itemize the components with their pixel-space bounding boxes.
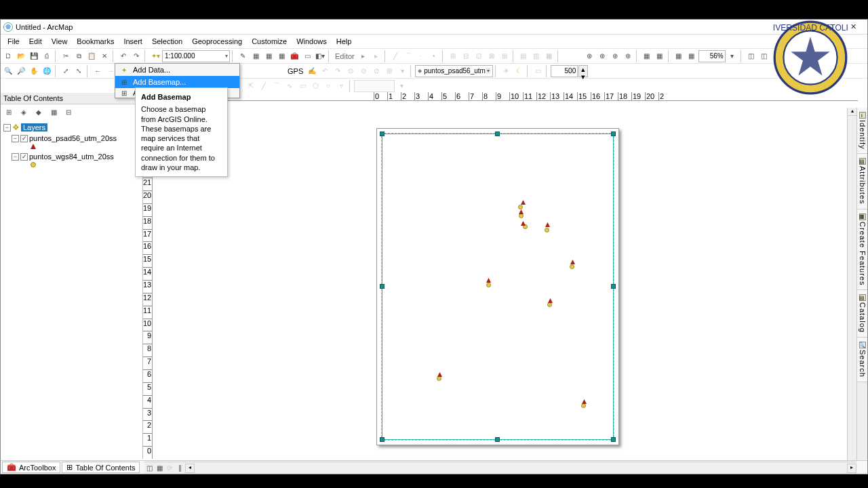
georef-3-icon[interactable]: ⊕: [609, 50, 621, 62]
gps-3-icon[interactable]: ↷: [332, 65, 344, 77]
menu-view[interactable]: View: [47, 36, 72, 47]
toc-options-icon[interactable]: ⊟: [62, 106, 75, 118]
handle-tm[interactable]: [495, 131, 500, 136]
dropdown-item-add-basemap[interactable]: ⊞ Add Basemap...: [115, 76, 239, 88]
scale-combo[interactable]: 1:100.000: [162, 50, 230, 62]
draw-arc-icon[interactable]: ⌒: [271, 80, 283, 92]
handle-bm[interactable]: [495, 437, 500, 442]
gps-5-icon[interactable]: ⊙: [357, 65, 370, 77]
toc-list-by-selection-icon[interactable]: ▦: [47, 106, 60, 118]
edit-tool-2[interactable]: ▸: [370, 50, 382, 62]
full-extent-icon[interactable]: 🌐: [41, 65, 53, 77]
layout-view-button[interactable]: ▦: [155, 464, 164, 473]
handle-br[interactable]: [611, 437, 616, 442]
georef-2-icon[interactable]: ⊕: [596, 50, 608, 62]
layer-combo[interactable]: puntos_psad56_utm: [415, 65, 493, 77]
draw-sel-icon[interactable]: ⇱: [245, 80, 257, 92]
zoom-pct-input[interactable]: 56%: [698, 50, 726, 62]
georef-1-icon[interactable]: ⊕: [583, 50, 595, 62]
draw-curve-icon[interactable]: ∿: [283, 80, 296, 92]
toc-list-by-source-icon[interactable]: ◈: [18, 106, 30, 118]
layout-toggle-3[interactable]: ▦: [275, 50, 288, 62]
python-window-button[interactable]: ▭: [301, 50, 313, 62]
fixed-zoom-out-icon[interactable]: ⤡: [73, 65, 85, 77]
grid-3-icon[interactable]: ▦: [673, 50, 685, 62]
tab-attributes[interactable]: ▤Attributes: [857, 154, 867, 209]
cut-button[interactable]: ✂: [60, 50, 72, 62]
refresh-button[interactable]: ⟳: [165, 464, 174, 473]
add-data-button[interactable]: ✦▾: [149, 50, 161, 62]
sun-icon[interactable]: ☀: [500, 65, 512, 77]
bottom-tab-arctoolbox[interactable]: 🧰ArcToolbox: [2, 462, 60, 473]
data-frame[interactable]: [382, 134, 614, 440]
save-button[interactable]: 💾: [28, 50, 40, 62]
handle-tl[interactable]: [380, 131, 384, 136]
draw-poly-icon[interactable]: ⬠: [309, 80, 321, 92]
new-button[interactable]: 🗋: [2, 50, 14, 62]
tab-search[interactable]: 🔍Search: [857, 338, 867, 382]
bottom-tab-toc[interactable]: ⊞Table Of Contents: [62, 462, 140, 473]
open-button[interactable]: 📂: [15, 50, 27, 62]
menu-file[interactable]: File: [3, 36, 24, 47]
modelbuilder-button[interactable]: ◧▾: [314, 50, 326, 62]
editor-dropdown[interactable]: Editor: [333, 52, 357, 60]
paste-button[interactable]: 📋: [85, 50, 98, 62]
checkbox-layer-0[interactable]: [20, 135, 28, 142]
gps-2-icon[interactable]: ↶: [319, 65, 331, 77]
dropdown-item-add-data[interactable]: ✦ Add Data...: [115, 64, 239, 76]
gps-6-icon[interactable]: ⊙: [370, 65, 382, 77]
gps-dropdown[interactable]: GPS: [285, 67, 305, 75]
extent-1-icon[interactable]: ◫: [745, 50, 757, 62]
arctoolbox-button[interactable]: 🧰: [288, 50, 300, 62]
gps-1-icon[interactable]: ✍: [306, 65, 318, 77]
back-extent-icon[interactable]: ←: [92, 65, 104, 77]
extent-2-icon[interactable]: ◫: [758, 50, 770, 62]
draw-down-icon[interactable]: ▿: [335, 80, 347, 92]
delete-button[interactable]: ✕: [98, 50, 111, 62]
layout-canvas[interactable]: [153, 101, 867, 459]
handle-tr[interactable]: [611, 131, 616, 136]
menu-help[interactable]: Help: [332, 36, 356, 47]
zoom-out-icon[interactable]: 🔎: [15, 65, 27, 77]
editor-toolbar-icon[interactable]: ✎: [237, 50, 249, 62]
gps-4-icon[interactable]: ⊙: [344, 65, 357, 77]
layers-root[interactable]: Layers: [21, 123, 47, 131]
grid-4-icon[interactable]: ▦: [686, 50, 698, 62]
undo-button[interactable]: ↶: [117, 50, 130, 62]
draw-text-input[interactable]: [354, 80, 395, 92]
menu-insert[interactable]: Insert: [119, 36, 146, 47]
tab-catalog[interactable]: ▤Catalog: [857, 290, 867, 338]
buffer-input[interactable]: 500: [551, 65, 578, 77]
layout-toggle-2[interactable]: ▦: [262, 50, 275, 62]
fixed-zoom-in-icon[interactable]: ⤢: [60, 65, 72, 77]
gps-8-icon[interactable]: ▾: [396, 65, 408, 77]
expand-layer-0-icon[interactable]: −: [12, 135, 19, 142]
copy-button[interactable]: ⧉: [73, 50, 85, 62]
print-button[interactable]: ⎙: [41, 50, 53, 62]
expand-layer-1-icon[interactable]: −: [12, 153, 19, 161]
layout-toggle-1[interactable]: ▦: [250, 50, 262, 62]
grid-2-icon[interactable]: ▦: [654, 50, 666, 62]
draw-dd-icon[interactable]: ▾: [395, 80, 408, 92]
pause-button[interactable]: ‖: [175, 464, 184, 473]
checkbox-layer-1[interactable]: [20, 153, 28, 161]
handle-mr[interactable]: [611, 284, 616, 289]
menu-selection[interactable]: Selection: [148, 36, 186, 47]
zoom-dropdown-icon[interactable]: ▾: [726, 50, 738, 62]
zoom-in-icon[interactable]: 🔍: [2, 65, 14, 77]
menu-edit[interactable]: Edit: [25, 36, 46, 47]
toc-layer-0[interactable]: puntos_psad56_utm_20ss: [29, 134, 117, 142]
draw-rect-icon[interactable]: ▭: [296, 80, 309, 92]
handle-bl[interactable]: [380, 437, 384, 442]
draw-line-icon[interactable]: ╱: [258, 80, 270, 92]
gps-7-icon[interactable]: ⊞: [383, 65, 395, 77]
layout-page[interactable]: [376, 128, 619, 445]
horizontal-scrollbar[interactable]: ◫ ▦ ⟳ ‖ ◂ ▸: [144, 462, 856, 474]
toc-layer-1[interactable]: puntos_wgs84_utm_20ss: [29, 152, 114, 161]
moon-icon[interactable]: ☾: [513, 65, 525, 77]
redo-button[interactable]: ↷: [130, 50, 142, 62]
menu-bookmarks[interactable]: Bookmarks: [73, 36, 118, 47]
draw-circle-icon[interactable]: ○: [322, 80, 334, 92]
vertical-scrollbar[interactable]: ▴: [847, 108, 856, 462]
menu-windows[interactable]: Windows: [292, 36, 331, 47]
